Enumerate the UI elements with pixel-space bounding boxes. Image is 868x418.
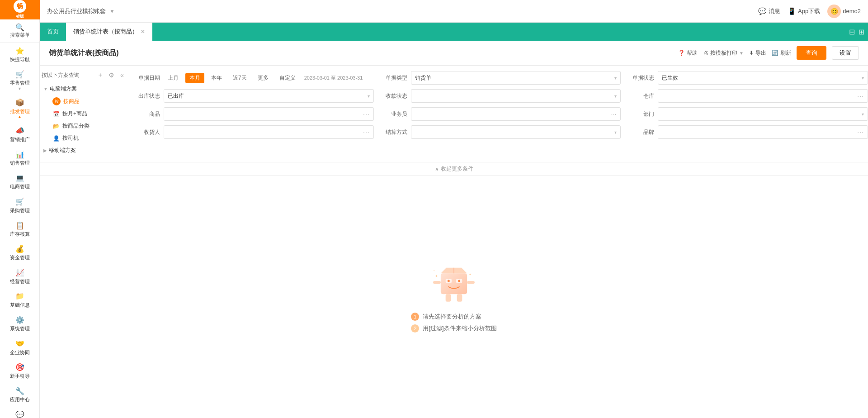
scheme-item-by-driver[interactable]: 👤 按司机 — [40, 132, 130, 144]
svg-rect-9 — [457, 294, 462, 302]
settlement-input[interactable]: ▾ — [411, 125, 621, 139]
scheme-month-icon: 📅 — [52, 110, 60, 118]
svg-point-4 — [448, 280, 450, 282]
scheme-item-by-month-goods[interactable]: 📅 按月+商品 — [40, 108, 130, 120]
scheme-group-mobile: ▶ 移动端方案 — [40, 144, 130, 157]
date-tag-this-year[interactable]: 本年 — [207, 73, 226, 83]
app-logo[interactable]: 畅 标版 — [0, 0, 40, 19]
empty-hint-2: 2 用[过滤]条件来缩小分析范围 — [411, 324, 496, 332]
scheme-category-icon: 📂 — [52, 123, 60, 130]
sidebar-item-sales[interactable]: 📊 销售管理 — [0, 146, 39, 170]
date-filter: 上月 本月 本年 近7天 更多 自定义 2023-03-01 至 2023-03… — [164, 73, 363, 83]
salesperson-input[interactable]: ··· — [411, 107, 621, 121]
scheme-group-mobile-header[interactable]: ▶ 移动端方案 — [40, 144, 130, 157]
svg-text:✦: ✦ — [435, 273, 438, 278]
filter-row-2: 出库状态 已出库 ▾ 收款状态 ▾ — [137, 89, 868, 103]
sidebar-item-enterprise[interactable]: 🤝 企业协同 — [0, 336, 39, 359]
sidebar-item-operations[interactable]: 📈 经营管理 — [0, 265, 39, 288]
page-header: 销货单统计表(按商品) ❓ 帮助 🖨 按模板打印 ▼ ⬇ 导出 🔄 刷新 — [40, 41, 868, 66]
tab-minimize-icon[interactable]: ⊟ — [849, 28, 855, 36]
goods-input[interactable]: ··· — [164, 107, 374, 121]
sidebar-item-purchase[interactable]: 🛒 采购管理 — [0, 194, 39, 217]
out-status-input[interactable]: 已出库 ▾ — [164, 89, 374, 103]
filter-field-doc-status: 单据状态 已生效 ▾ — [632, 71, 868, 85]
scheme-driver-icon: 👤 — [52, 135, 60, 142]
avatar: 😊 — [827, 5, 841, 18]
refresh-btn[interactable]: 🔄 刷新 — [772, 49, 791, 57]
sidebar-item-finance[interactable]: 💰 资金管理 — [0, 241, 39, 264]
svg-point-5 — [458, 280, 460, 282]
sidebar-item-marketing[interactable]: 📣 营销推广 — [0, 123, 39, 146]
tab-current[interactable]: 销货单统计表（按商品） ✕ — [66, 23, 152, 41]
app-download-btn[interactable]: 📱 App下载 — [788, 7, 820, 15]
sidebar-item-retail[interactable]: 🛒 零售管理 ▼ — [0, 66, 39, 94]
svg-rect-0 — [441, 273, 467, 294]
settings-button[interactable]: 设置 — [832, 46, 859, 60]
empty-illustration: ✦ ✦ ✦ — [431, 258, 476, 304]
main-area: 办公用品行业模拟账套 ▼ 💬 消息 📱 App下载 😊 demo2 首页 — [40, 0, 868, 418]
app-subtitle: 标版 — [16, 14, 24, 19]
filter-field-brand: 品牌 ··· — [632, 125, 868, 139]
message-btn[interactable]: 💬 消息 — [758, 7, 780, 15]
filter-row-4: 收货人 ··· 结算方式 ▾ — [137, 125, 868, 139]
workspace-dropdown-icon[interactable]: ▼ — [109, 8, 115, 14]
sidebar-item-ecommerce[interactable]: 💻 电商管理 — [0, 170, 39, 193]
chevron-down-icon: ▾ — [614, 130, 617, 135]
sidebar: 畅 标版 🔍 搜索菜单 ⭐ 快捷导航 🛒 零售管理 ▼ 📦 批发管理 ▲ 📣 营… — [0, 0, 40, 418]
chevron-down-icon: ▾ — [862, 76, 864, 81]
filter-field-settlement: 结算方式 ▾ — [385, 125, 621, 139]
tab-close-icon[interactable]: ✕ — [141, 28, 145, 35]
date-tag-custom[interactable]: 自定义 — [275, 73, 300, 83]
empty-hint-1: 1 请先选择要分析的方案 — [411, 313, 496, 321]
date-tag-this-month[interactable]: 本月 — [185, 73, 204, 83]
date-range-display: 2023-03-01 至 2023-03-31 — [304, 75, 363, 81]
svg-text:✦: ✦ — [469, 272, 472, 276]
sidebar-item-guide[interactable]: 🎯 新手引导 — [0, 359, 39, 383]
scheme-group-pc-header[interactable]: ▼ 电脑端方案 — [40, 83, 130, 95]
sidebar-item-quicknav[interactable]: ⭐ 快捷导航 — [0, 43, 39, 66]
payment-status-input[interactable]: ▾ — [411, 89, 621, 103]
sidebar-item-appcenter[interactable]: 🔧 应用中心 — [0, 383, 39, 406]
dots-icon: ··· — [857, 92, 864, 100]
empty-state: ✦ ✦ ✦ 1 请先选择要分析的方案 2 用[过滤]条件来缩小分析范围 — [40, 176, 868, 418]
scheme-item-by-goods[interactable]: 按 按商品 — [40, 95, 130, 108]
print-btn[interactable]: 🖨 按模板打印 ▼ — [703, 49, 744, 57]
svg-rect-8 — [446, 294, 451, 302]
warehouse-input[interactable]: ··· — [658, 89, 868, 103]
help-btn[interactable]: ❓ 帮助 — [678, 49, 698, 57]
topbar-right: 💬 消息 📱 App下载 😊 demo2 — [758, 5, 861, 18]
date-tag-7days[interactable]: 近7天 — [229, 73, 251, 83]
sidebar-item-system[interactable]: ⚙️ 系统管理 — [0, 312, 39, 335]
svg-rect-6 — [433, 281, 441, 284]
tab-home[interactable]: 首页 — [40, 23, 66, 41]
sidebar-item-weixin[interactable]: 💬 企业微信 — [0, 406, 39, 418]
export-btn[interactable]: ⬇ 导出 — [749, 49, 766, 57]
dots-icon: ··· — [363, 110, 370, 118]
filter-field-receiver: 收货人 ··· — [137, 125, 374, 139]
user-profile[interactable]: 😊 demo2 — [827, 5, 861, 18]
doc-status-input[interactable]: 已生效 ▾ — [658, 71, 868, 85]
scheme-settings-icon[interactable]: ⚙ — [107, 71, 115, 79]
tab-maximize-icon[interactable]: ⊞ — [859, 28, 864, 36]
sidebar-item-search[interactable]: 🔍 搜索菜单 — [0, 19, 39, 43]
date-tag-last-month[interactable]: 上月 — [164, 73, 183, 83]
collapse-bar[interactable]: ∧ 收起更多条件 — [40, 162, 868, 176]
receiver-input[interactable]: ··· — [164, 125, 374, 139]
sidebar-item-wholesale[interactable]: 📦 批发管理 ▲ — [0, 95, 39, 123]
scheme-item-by-category[interactable]: 📂 按商品分类 — [40, 120, 130, 132]
brand-input[interactable]: ··· — [658, 125, 868, 139]
workspace-title: 办公用品行业模拟账套 — [47, 7, 106, 15]
scheme-collapse-icon[interactable]: « — [118, 71, 126, 79]
sidebar-item-basics[interactable]: 📁 基础信息 — [0, 288, 39, 312]
topbar: 办公用品行业模拟账套 ▼ 💬 消息 📱 App下载 😊 demo2 — [40, 0, 868, 23]
date-tag-more[interactable]: 更多 — [254, 73, 273, 83]
hint-number-1: 1 — [411, 313, 419, 321]
sidebar-item-inventory[interactable]: 📋 库存核算 — [0, 217, 39, 241]
scheme-add-icon[interactable]: ＋ — [96, 71, 104, 79]
dept-input[interactable]: ▾ — [658, 107, 868, 121]
doc-type-input[interactable]: 销货单 ▾ — [411, 71, 621, 85]
hint-number-2: 2 — [411, 324, 419, 332]
query-button[interactable]: 查询 — [797, 46, 826, 60]
svg-rect-7 — [467, 281, 475, 284]
filter-field-doc-type: 单据类型 销货单 ▾ — [385, 71, 621, 85]
